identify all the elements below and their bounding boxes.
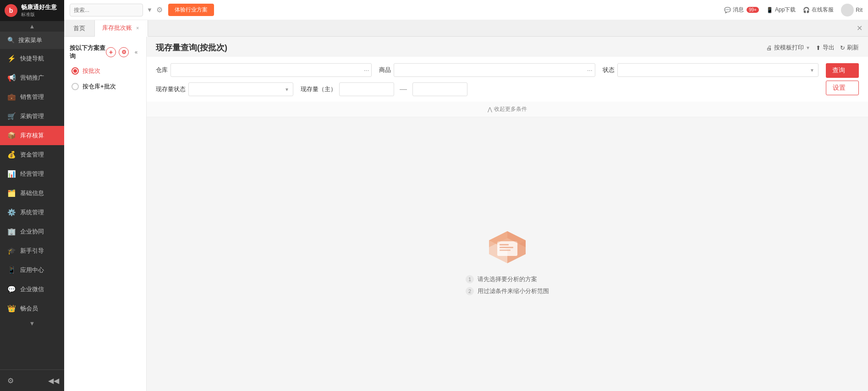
messages-icon: 💬 [724, 7, 731, 13]
page-actions: 🖨 按模板打印 ▼ ⬆ 导出 ↻ 刷新 [766, 43, 859, 52]
marketing-icon: 📢 [7, 74, 16, 82]
sidebar-item-label: 销售管理 [20, 93, 44, 101]
sidebar-item-marketing[interactable]: 📢 营销推广 [0, 68, 64, 87]
filter-status: 状态 ▼ [603, 63, 819, 77]
dash-separator: — [400, 85, 407, 93]
topbar-dropdown-icon[interactable]: ▼ [147, 6, 153, 13]
sidebar-item-system[interactable]: ⚙️ 系统管理 [0, 203, 64, 222]
sidebar-item-label: 营销推广 [20, 74, 44, 82]
add-scheme-btn[interactable]: + [106, 47, 116, 57]
tab-inventory-batch[interactable]: 库存批次账 × [95, 20, 148, 37]
basic-info-icon: 🗂️ [7, 189, 16, 197]
empty-tips: 1 请先选择要分析的方案 2 用过滤条件来缩小分析范围 [466, 275, 549, 295]
tabs-close-all-btn[interactable]: ✕ [851, 24, 868, 33]
tab-label: 库存批次账 [102, 24, 132, 32]
export-btn[interactable]: ⬆ 导出 [816, 43, 835, 52]
username-label: Rit [856, 7, 863, 13]
refresh-btn[interactable]: ↻ 刷新 [840, 43, 859, 52]
scheme-item-batch[interactable]: 按批次 [64, 63, 146, 79]
inventory-status-arrow: ▼ [285, 87, 289, 92]
tip-num-1: 1 [466, 275, 474, 283]
empty-tip-2: 2 用过滤条件来缩小分析范围 [466, 287, 549, 295]
inventory-status-select[interactable]: ▼ [188, 82, 293, 96]
sidebar-item-inventory[interactable]: 📦 库存核算 [0, 126, 64, 145]
app-logo: b [5, 4, 17, 17]
scroll-up-btn[interactable]: ▲ [0, 21, 64, 32]
home-tab-label: 首页 [73, 24, 85, 33]
app-download-label: App下载 [775, 6, 796, 14]
sidebar-item-newbie[interactable]: 🎓 新手引导 [0, 241, 64, 261]
sidebar-item-basic-info[interactable]: 🗂️ 基础信息 [0, 184, 64, 203]
refresh-label: 刷新 [847, 43, 859, 52]
filter-inventory-status: 现存量状态 ▼ [156, 82, 293, 96]
sidebar-item-finance[interactable]: 💰 资金管理 [0, 145, 64, 164]
sidebar-footer: ⚙ ◀◀ [0, 369, 64, 391]
sidebar-search[interactable]: 🔍 搜索菜单 [0, 32, 64, 49]
enterprise-wechat-icon: 💬 [7, 285, 16, 293]
sidebar-item-members[interactable]: 👑 畅会员 [0, 299, 64, 318]
scheme-settings-btn[interactable]: ⚙ [119, 47, 129, 57]
main-area: ▼ ⚙ 体验行业方案 💬 消息 99+ 📱 App下载 🎧 在线客服 Rit [64, 0, 868, 391]
empty-state: 1 请先选择要分析的方案 2 用过滤条件来缩小分析范围 [147, 117, 868, 391]
inventory-qty-max-input[interactable] [412, 82, 467, 96]
scheme-item-warehouse-batch[interactable]: 按仓库+批次 [64, 79, 146, 94]
collapse-label: 收起更多条件 [494, 105, 527, 113]
sidebar: b 畅康通好生意 标准版 ▲ 🔍 搜索菜单 ⚡ 快捷导航 📢 营销推广 💼 销售… [0, 0, 64, 391]
sidebar-item-enterprise[interactable]: 🏢 企业协同 [0, 222, 64, 241]
print-dropdown-icon[interactable]: ▼ [806, 45, 810, 50]
tip-text-2: 用过滤条件来缩小分析范围 [478, 287, 549, 295]
topbar-search-input[interactable] [70, 4, 143, 16]
tab-home[interactable]: 首页 [64, 20, 95, 37]
sidebar-item-enterprise-wechat[interactable]: 💬 企业微信 [0, 280, 64, 299]
scheme-radio-batch [71, 67, 79, 75]
filter-row-2: 现存量状态 ▼ 现存量（主） — [156, 82, 819, 96]
edition-label: 标准版 [21, 11, 57, 17]
topbar-settings-icon[interactable]: ⚙ [156, 5, 163, 14]
user-menu-btn[interactable]: Rit [841, 4, 863, 16]
sidebar-item-operations[interactable]: 📊 经营管理 [0, 164, 64, 184]
inventory-qty-min-input[interactable] [339, 82, 394, 96]
online-service-btn[interactable]: 🎧 在线客服 [803, 6, 834, 14]
sidebar-item-label: 新手引导 [20, 247, 44, 255]
collapse-left-panel-btn[interactable]: « [132, 48, 141, 57]
query-btn[interactable]: 查询 [826, 63, 859, 78]
warehouse-dots-btn[interactable]: ··· [364, 66, 369, 74]
sidebar-item-label: 应用中心 [20, 266, 44, 274]
scroll-down-btn[interactable]: ▼ [0, 318, 64, 329]
left-panel-actions: + ⚙ « [106, 47, 141, 57]
inventory-status-label: 现存量状态 [156, 85, 186, 93]
scheme-label: 按仓库+批次 [82, 82, 116, 91]
status-select[interactable]: ▼ [617, 63, 819, 77]
status-select-arrow: ▼ [810, 68, 814, 73]
scheme-label: 按批次 [82, 67, 100, 75]
app-download-btn[interactable]: 📱 App下载 [766, 6, 796, 14]
sidebar-item-sales[interactable]: 💼 销售管理 [0, 87, 64, 107]
sidebar-item-app-center[interactable]: 📱 应用中心 [0, 261, 64, 280]
goods-input[interactable] [394, 63, 595, 77]
print-btn[interactable]: 🖨 按模板打印 ▼ [766, 43, 810, 52]
svg-rect-6 [500, 250, 511, 251]
topbar-right: 💬 消息 99+ 📱 App下载 🎧 在线客服 Rit [724, 4, 863, 16]
settings-footer-icon[interactable]: ⚙ [4, 374, 17, 387]
filter-row-1: 仓库 ··· 商品 ··· [156, 63, 819, 77]
settings-btn[interactable]: 设置 [826, 81, 859, 95]
collapse-sidebar-icon[interactable]: ◀◀ [47, 374, 60, 387]
enterprise-icon: 🏢 [7, 228, 16, 236]
trial-btn[interactable]: 体验行业方案 [168, 4, 214, 16]
tab-close-icon[interactable]: × [135, 24, 140, 32]
collapse-conditions-btn[interactable]: ⋀ 收起更多条件 [147, 102, 868, 117]
warehouse-input[interactable] [170, 63, 372, 77]
svg-rect-4 [500, 244, 509, 245]
sidebar-item-label: 基础信息 [20, 189, 44, 197]
messages-btn[interactable]: 💬 消息 99+ [724, 6, 759, 14]
sidebar-item-label: 采购管理 [20, 112, 44, 120]
status-label: 状态 [603, 66, 615, 74]
sidebar-item-quick-nav[interactable]: ⚡ 快捷导航 [0, 49, 64, 68]
sidebar-item-label: 企业协同 [20, 228, 44, 236]
sidebar-item-purchase[interactable]: 🛒 采购管理 [0, 107, 64, 126]
right-panel: 现存量查询(按批次) 🖨 按模板打印 ▼ ⬆ 导出 ↻ 刷新 [147, 37, 868, 391]
content-area: 按以下方案查询 + ⚙ « 按批次 按仓库+批次 现存量查询(按批次) [64, 37, 868, 391]
sidebar-item-label: 企业微信 [20, 285, 44, 293]
messages-label: 消息 [733, 6, 744, 14]
goods-dots-btn[interactable]: ··· [587, 66, 593, 74]
